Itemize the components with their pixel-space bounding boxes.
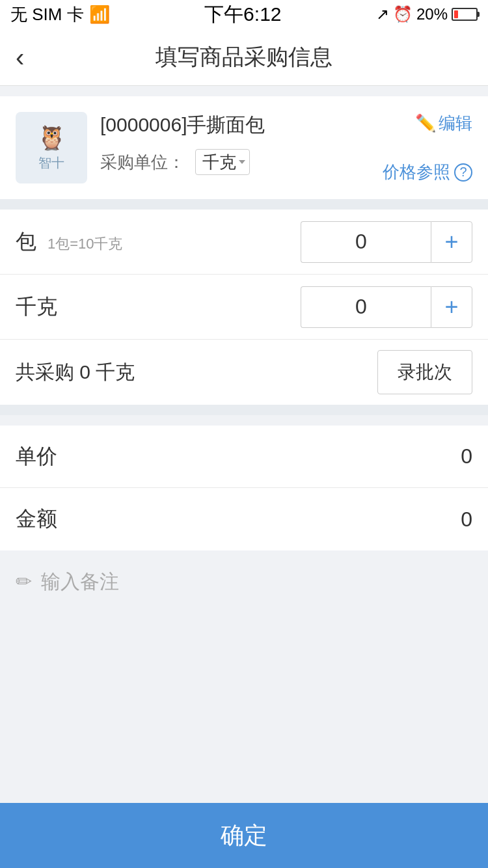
wifi-icon: 📶 [89, 5, 110, 25]
bag-label: 包 1包=10千克 [16, 228, 122, 256]
product-card: 🦉 智十 [0000006]手撕面包 采购单位： 千克 ✏️ 编辑 价格参照 ? [0, 96, 488, 199]
status-left: 无 SIM 卡 📶 [10, 3, 110, 26]
kg-input-row: 千克 + [0, 275, 488, 340]
pencil-icon: ✏ [16, 570, 32, 593]
kg-quantity-input[interactable] [301, 286, 431, 328]
unit-price-value: 0 [461, 444, 472, 468]
price-ref-button[interactable]: 价格参照 ? [383, 161, 472, 183]
kg-label: 千克 [16, 293, 107, 321]
amount-label: 金额 [16, 505, 57, 534]
note-section[interactable]: ✏ 输入备注 [0, 550, 488, 746]
bag-quantity-input[interactable] [301, 221, 431, 263]
confirm-button[interactable]: 确定 [0, 803, 488, 868]
bag-input-right: + [301, 221, 472, 263]
unit-price-row: 单价 0 [0, 426, 488, 488]
summary-text: 共采购 0 千克 [16, 359, 135, 386]
bag-hint: 1包=10千克 [47, 236, 123, 252]
bag-plus-button[interactable]: + [431, 221, 472, 263]
edit-icon: ✏️ [415, 113, 436, 133]
bag-input-row: 包 1包=10千克 + [0, 210, 488, 275]
amount-value: 0 [461, 508, 472, 532]
product-thumb-label: 智十 [38, 154, 64, 172]
battery-icon [452, 8, 478, 21]
section-divider-2 [0, 405, 488, 415]
unit-label: 采购单位： [100, 151, 185, 174]
back-button[interactable]: ‹ [16, 44, 24, 70]
product-logo-icon: 🦉 [37, 124, 66, 152]
note-placeholder: 输入备注 [41, 569, 119, 595]
product-thumbnail: 🦉 智十 [16, 112, 87, 183]
nav-bar: ‹ 填写商品采购信息 [0, 29, 488, 86]
location-icon: ↗ [376, 5, 389, 23]
kg-input-right: + [301, 286, 472, 328]
summary-row: 共采购 0 千克 录批次 [0, 340, 488, 405]
amount-row: 金额 0 [0, 488, 488, 550]
unit-price-label: 单价 [16, 442, 57, 471]
page-title: 填写商品采购信息 [156, 42, 332, 72]
sim-status: 无 SIM 卡 [10, 3, 84, 26]
batch-button[interactable]: 录批次 [377, 350, 472, 394]
battery-pct: 20% [416, 5, 448, 23]
status-bar: 无 SIM 卡 📶 下午6:12 ↗ ⏰ 20% [0, 0, 488, 29]
kg-plus-button[interactable]: + [431, 286, 472, 328]
input-section: 包 1包=10千克 + 千克 + [0, 210, 488, 340]
time-display: 下午6:12 [204, 1, 281, 28]
unit-select[interactable]: 千克 [195, 149, 250, 175]
alarm-icon: ⏰ [393, 5, 413, 23]
status-right: ↗ ⏰ 20% [376, 5, 478, 23]
price-section: 单价 0 金额 0 [0, 426, 488, 550]
help-icon: ? [454, 163, 472, 182]
section-divider-1 [0, 199, 488, 210]
edit-button[interactable]: ✏️ 编辑 [415, 112, 472, 135]
